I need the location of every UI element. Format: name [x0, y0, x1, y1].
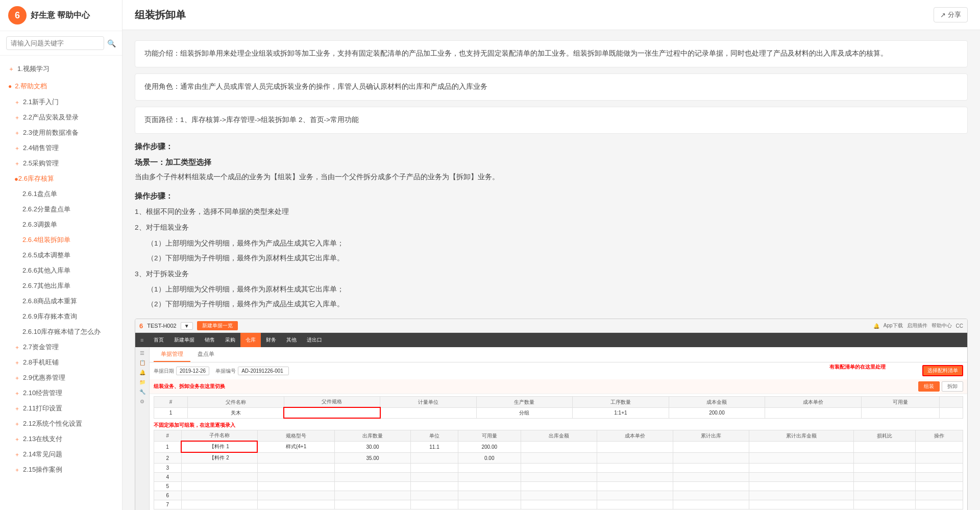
minus-icon: ●: [8, 83, 12, 90]
nav-leaf-263[interactable]: 2.6.3调拨单: [0, 217, 122, 232]
nav-subgroup-new: ＋ 2.1新手入门: [0, 94, 122, 110]
nav-leaf-269[interactable]: 2.6.9库存账本查询: [0, 309, 122, 324]
mock-child-table-area: # 子件名称 规格型号 出库数量 单位 可用量 出库金额 成本单价 累计出库: [150, 430, 967, 510]
nav-subgroup-coupon-title[interactable]: ＋ 2.9优惠券管理: [0, 370, 122, 385]
nav-subgroup-prepare-title[interactable]: ＋ 2.3使用前数据准备: [0, 125, 122, 140]
nav-leaf-2610[interactable]: 2.6.10库存账本错了怎么办: [0, 324, 122, 339]
plus-icon-prepare: ＋: [14, 129, 20, 137]
sidebar: 6 好生意 帮助中心 🔍 ＋ 1.视频学习 ● 2.帮助文档 ＋: [0, 0, 122, 510]
share-button[interactable]: ↗ 分享: [934, 7, 968, 22]
mock-process-type: 组装业务、拆卸业务在这里切换 组装 拆卸 启用处理: [150, 379, 967, 394]
mock-th-ops: [939, 397, 963, 408]
nav-subgroup-prepare: ＋ 2.3使用前数据准备: [0, 125, 122, 140]
nav-subgroup-print-title[interactable]: ＋ 2.11打印设置: [0, 401, 122, 416]
mock-nav-home[interactable]: 首页: [149, 333, 169, 347]
nav-subgroup-install: ＋ 2.2产品安装及登录: [0, 110, 122, 125]
plus-icon-payment: ＋: [14, 435, 20, 443]
mock-tab-docs[interactable]: 单据管理: [154, 347, 190, 362]
mock-child-table: # 子件名称 规格型号 出库数量 单位 可用量 出库金额 成本单价 累计出库: [154, 430, 963, 509]
mock-icon-sidebar: ☰ 📋 🔔 📁 🔧 ⚙: [135, 347, 150, 510]
mock-parent-row-1: 1 关木 分组 1:1+1 200.00: [154, 407, 963, 418]
mock-child-th-spec: 规格型号: [257, 430, 334, 442]
plus-icon-sales: ＋: [14, 144, 20, 152]
mock-btn-assembly[interactable]: 组装: [918, 381, 940, 392]
nav-subgroup-fund: ＋ 2.7资金管理: [0, 339, 122, 355]
annotation1: 有装配清单的在这里处理: [829, 363, 886, 371]
nav-subgroup-ops: ＋ 2.10经营管理: [0, 385, 122, 401]
nav-group-video: ＋ 1.视频学习: [0, 61, 122, 77]
mock-child-th-avail: 可用量: [458, 430, 521, 442]
nav-group-docs-title[interactable]: ● 2.帮助文档: [0, 78, 122, 94]
step2-sub1: （1）上部明细为父件明细，最终作为产成品生成其它入库单；: [147, 238, 968, 250]
nav-subgroup-fund-title[interactable]: ＋ 2.7资金管理: [0, 339, 122, 355]
mock-th-prod-qty: 生产数量: [476, 397, 573, 408]
mock-child-row-1: 1 【料件 1 样式(4+1 30.00 11.1 200.00: [154, 441, 963, 452]
mock-child-th-acc-amt: 累计出库金额: [749, 430, 853, 442]
nav-group-docs: ● 2.帮助文档 ＋ 2.1新手入门 ＋ 2.2产品安装及登录: [0, 78, 122, 477]
nav-leaf-265[interactable]: 2.6.5成本调整单: [0, 248, 122, 263]
step2-sub2: （2）下部明细为子件明细，最终作为原材料生成其它出库单。: [147, 253, 968, 264]
mock-child-row-7: 7: [154, 500, 963, 509]
nav-leaf-264[interactable]: 2.6.4组装拆卸单: [0, 232, 122, 248]
nav-leaf-261[interactable]: 2.6.1盘点单: [0, 186, 122, 202]
mock-logo: 6: [139, 322, 143, 330]
mock-field-date: 单据日期 2019-12-26: [154, 367, 209, 375]
mock-body: ☰ 📋 🔔 📁 🔧 ⚙ 单据管理 盘点单: [135, 347, 967, 510]
plus-icon-mobile: ＋: [14, 359, 20, 367]
nav-subgroup-cases-title[interactable]: ＋ 2.15操作案例: [0, 462, 122, 477]
minus-icon-inventory: ●: [14, 175, 18, 183]
mock-tab-inventory[interactable]: 盘点单: [190, 347, 222, 362]
nav-subgroup-ops-title[interactable]: ＋ 2.10经营管理: [0, 385, 122, 401]
mock-nav-new[interactable]: 新建单据: [169, 333, 200, 347]
mock-nav-purchase[interactable]: 采购: [220, 333, 240, 347]
plus-icon-new: ＋: [14, 99, 20, 106]
mock-new-btn[interactable]: 新建单据一览: [197, 321, 238, 330]
mock-nav-sales[interactable]: 销售: [200, 333, 220, 347]
mock-id-input[interactable]: AD-20191226-001: [238, 367, 289, 375]
nav-leaf-267[interactable]: 2.6.7其他出库单: [0, 278, 122, 294]
nav-leaf-262[interactable]: 2.6.2分量盘点单: [0, 202, 122, 217]
plus-icon-settings: ＋: [14, 420, 20, 428]
search-box: 🔍: [0, 31, 122, 56]
nav-subgroup-payment-title[interactable]: ＋ 2.13在线支付: [0, 431, 122, 447]
search-icon[interactable]: 🔍: [107, 39, 116, 47]
nav-subgroup-new-title[interactable]: ＋ 2.1新手入门: [0, 94, 122, 110]
mock-nav-export[interactable]: 进出口: [302, 333, 327, 347]
step3-sub2: （2）下部明细为子件明细，最终作为产成品生成其它入库单。: [147, 299, 968, 310]
mock-date-input[interactable]: 2019-12-26: [176, 367, 209, 375]
nav-leaf-268[interactable]: 2.6.8商品成本重算: [0, 294, 122, 309]
sidebar-header: 6 好生意 帮助中心: [0, 0, 122, 31]
mock-child-row-6: 6: [154, 491, 963, 500]
mock-nav-finance[interactable]: 财务: [261, 333, 281, 347]
mock-bom-btn[interactable]: 选择配料清单: [922, 365, 963, 376]
nav-subgroup-install-title[interactable]: ＋ 2.2产品安装及登录: [0, 110, 122, 125]
nav-subgroup-faq-title[interactable]: ＋ 2.14常见问题: [0, 447, 122, 462]
mock-annotation4-area: 不固定添加可组装，在这里逐项录入: [150, 421, 967, 430]
mock-nav-warehouse[interactable]: 仓库: [240, 333, 261, 347]
nav-group-video-title[interactable]: ＋ 1.视频学习: [0, 61, 122, 77]
nav-subgroup-mobile-title[interactable]: ＋ 2.8手机旺铺: [0, 355, 122, 370]
nav-subgroup-sales-title[interactable]: ＋ 2.4销售管理: [0, 140, 122, 156]
plus-icon-cases: ＋: [14, 466, 20, 474]
mock-nav-other[interactable]: 其他: [281, 333, 302, 347]
plus-icon-ops: ＋: [14, 390, 20, 397]
plus-icon-print: ＋: [14, 405, 20, 412]
scene1-title: 场景一：加工类型选择: [135, 158, 968, 167]
mock-child-th-qty: 出库数量: [335, 430, 411, 442]
nav-subgroup-inventory-title[interactable]: ● 2.6库存核算: [0, 171, 122, 186]
operations-title: 操作步骤：: [135, 142, 968, 152]
mock-topbar-right: 🔔 App下载 启用插件 帮助中心 CC: [873, 322, 963, 329]
nav-subgroup-settings-title[interactable]: ＋ 2.12系统个性化设置: [0, 416, 122, 431]
nav-leaf-266[interactable]: 2.6.6其他入库单: [0, 263, 122, 278]
mock-btn-disassembly[interactable]: 拆卸: [942, 381, 963, 392]
mock-child-th-num: #: [154, 430, 182, 442]
intro-block: 功能介绍：组装拆卸单用来处理企业组装或拆卸等加工业务，支持有固定装配清单的产品加…: [135, 40, 968, 67]
mock-child-row-2: 2 【料件 2 35.00 0.00: [154, 452, 963, 464]
mock-parent-table: # 父件名称 父件规格 计量单位 生产数量 工序数量 成本金额 成本单价 可用量: [154, 396, 963, 419]
search-input[interactable]: [6, 36, 104, 50]
mock-field-id: 单据编号 AD-20191226-001: [215, 367, 289, 375]
path-block: 页面路径：1、库存核算->库存管理->组装拆卸单 2、首页->常用功能: [135, 107, 968, 134]
nav-subgroup-sales: ＋ 2.4销售管理: [0, 140, 122, 156]
mock-th-unit-cost: 成本单价: [765, 397, 862, 408]
nav-subgroup-purchase-title[interactable]: ＋ 2.5采购管理: [0, 156, 122, 171]
